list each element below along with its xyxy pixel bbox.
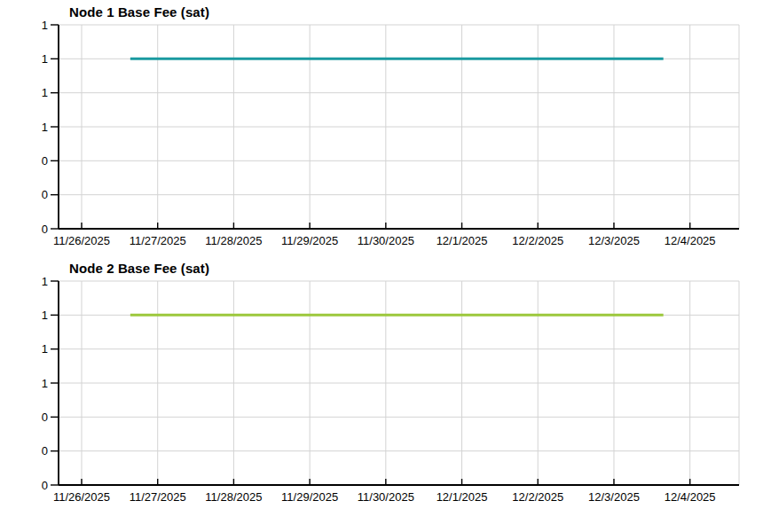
x-tick-label: 12/2/2025 — [512, 490, 563, 504]
x-tick-label: 11/27/2025 — [130, 234, 186, 247]
y-tick-label: 1 — [42, 275, 48, 288]
x-tick-label: 12/2/2025 — [512, 234, 563, 247]
x-tick-label: 11/29/2025 — [281, 234, 338, 247]
x-tick-label: 12/3/2025 — [588, 490, 640, 504]
x-tick-label: 11/28/2025 — [205, 490, 262, 504]
x-tick-label: 12/1/2025 — [437, 490, 488, 504]
chart-1-canvas: 111100011/26/202511/27/202511/28/202511/… — [0, 0, 763, 257]
fee-dashboard: Node 1 Base Fee (sat) 111100011/26/20251… — [0, 0, 763, 532]
x-tick-label: 12/4/2025 — [665, 234, 716, 247]
y-tick-label: 1 — [42, 121, 48, 134]
chart-2-canvas: 111100011/26/202511/27/202511/28/202511/… — [0, 256, 763, 513]
y-tick-label: 1 — [42, 342, 48, 356]
y-tick-label: 0 — [42, 188, 48, 201]
y-tick-label: 1 — [42, 377, 48, 390]
y-tick-label: 1 — [42, 309, 48, 322]
x-tick-label: 11/28/2025 — [205, 234, 262, 247]
x-tick-label: 11/27/2025 — [130, 490, 186, 504]
y-tick-label: 0 — [42, 411, 48, 424]
x-tick-label: 11/30/2025 — [358, 234, 414, 247]
x-tick-label: 12/4/2025 — [665, 490, 716, 504]
x-tick-label: 11/26/2025 — [53, 234, 110, 247]
x-tick-label: 11/26/2025 — [53, 490, 110, 504]
x-tick-label: 12/3/2025 — [588, 234, 640, 247]
y-tick-label: 0 — [42, 444, 48, 458]
x-tick-label: 11/29/2025 — [281, 490, 338, 504]
chart-node-2-base-fee: Node 2 Base Fee (sat) 111100011/26/20251… — [0, 256, 763, 513]
y-tick-label: 0 — [42, 154, 48, 168]
chart-node-1-base-fee: Node 1 Base Fee (sat) 111100011/26/20251… — [0, 0, 763, 257]
y-tick-label: 1 — [42, 86, 48, 99]
y-tick-label: 0 — [42, 479, 48, 492]
y-tick-label: 1 — [42, 19, 48, 32]
y-tick-label: 0 — [42, 223, 48, 236]
y-tick-label: 1 — [42, 52, 48, 66]
x-tick-label: 12/1/2025 — [437, 234, 488, 247]
x-tick-label: 11/30/2025 — [358, 490, 414, 504]
